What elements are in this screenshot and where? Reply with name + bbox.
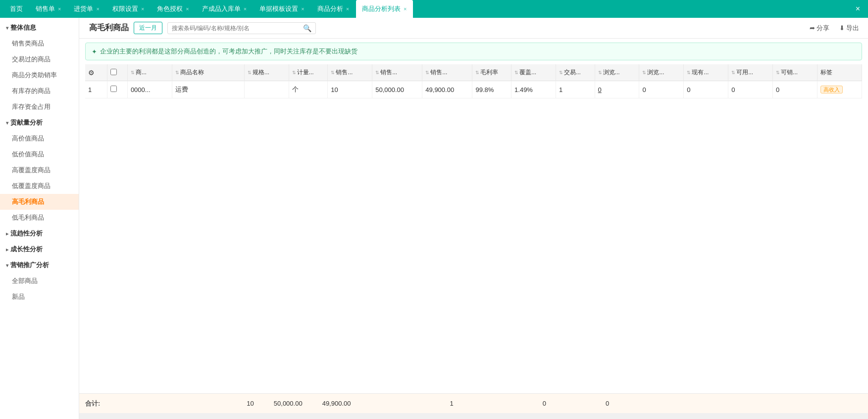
horizontal-scrollbar[interactable]	[79, 413, 868, 419]
settings-icon[interactable]: ⚙	[88, 69, 95, 77]
export-button[interactable]: ⬇ 导出	[836, 22, 862, 34]
sidebar-group-流趋性分析[interactable]: ▸流趋性分析	[0, 226, 79, 241]
col-header-7[interactable]: ⇅销售...	[372, 64, 422, 81]
sidebar-group-贡献量分析[interactable]: ▾贡献量分析	[0, 115, 79, 131]
row-checkbox[interactable]	[110, 86, 117, 92]
row-code: 0000...	[127, 81, 172, 98]
sidebar-item-商品分类助销率[interactable]: 商品分类助销率	[0, 67, 79, 83]
footer-transactions: 1	[450, 400, 454, 407]
sort-icon: ⇅	[687, 70, 691, 75]
product-table: ⚙⇅商...⇅商品名称⇅规格...⇅计量...⇅销售...⇅销售...⇅销售..…	[85, 64, 862, 98]
col-header-5[interactable]: ⇅计量...	[289, 64, 328, 81]
row-spec	[244, 81, 289, 98]
row-sales-profit: 49,900.00	[422, 81, 472, 98]
sidebar-item-库存资金占用[interactable]: 库存资金占用	[0, 99, 79, 115]
sidebar-item-低价值商品[interactable]: 低价值商品	[0, 146, 79, 162]
sort-icon: ⇅	[131, 70, 135, 75]
tab-close-icon[interactable]: ×	[96, 6, 99, 12]
col-header-10[interactable]: ⇅覆盖...	[511, 64, 556, 81]
chevron-icon: ▸	[6, 231, 8, 236]
sidebar-item-有库存的商品[interactable]: 有库存的商品	[0, 83, 79, 99]
chevron-icon: ▸	[6, 247, 8, 252]
tab-close-icon[interactable]: ×	[346, 6, 349, 12]
sort-icon: ⇅	[559, 70, 563, 75]
col-header-11[interactable]: ⇅交易...	[556, 64, 595, 81]
sort-icon: ⇅	[175, 70, 179, 75]
sidebar-item-新品[interactable]: 新品	[0, 289, 79, 305]
nav-tab-单据模板设置[interactable]: 单据模板设置×	[254, 0, 310, 18]
col-header-12[interactable]: ⇅浏览...	[595, 64, 639, 81]
sidebar-item-高覆盖度商品[interactable]: 高覆盖度商品	[0, 162, 79, 178]
footer-sales-amount: 50,000.00	[274, 400, 303, 407]
tab-close-icon[interactable]: ×	[301, 6, 304, 12]
chevron-icon: ▾	[6, 25, 8, 31]
row-sales-qty: 10	[328, 81, 372, 98]
row-unit: 个	[289, 81, 328, 98]
sidebar-item-销售类商品[interactable]: 销售类商品	[0, 36, 79, 51]
row-browse2: 0	[639, 81, 684, 98]
col-header-2[interactable]: ⇅商...	[127, 64, 172, 81]
info-icon: ✦	[92, 48, 97, 55]
row-browse1[interactable]: 0	[595, 81, 639, 98]
sort-icon: ⇅	[475, 70, 479, 75]
sidebar-group-营销推广分析[interactable]: ▾营销推广分析	[0, 257, 79, 273]
nav-tab-权限设置[interactable]: 权限设置×	[106, 0, 150, 18]
nav-tab-商品分析列表[interactable]: 商品分析列表×	[356, 0, 412, 18]
share-button[interactable]: ➦ 分享	[807, 22, 832, 34]
nav-tab-商品分析[interactable]: 商品分析×	[311, 0, 355, 18]
nav-tab-进货单[interactable]: 进货单×	[68, 0, 105, 18]
sidebar-item-交易过的商品[interactable]: 交易过的商品	[0, 51, 79, 67]
browse1-link[interactable]: 0	[598, 86, 602, 93]
table-row: 10000...运费个1050,000.0049,900.0099.8%1.49…	[85, 81, 862, 98]
col-header-9[interactable]: ⇅毛利率	[472, 64, 511, 81]
date-filter-button[interactable]: 近一月	[134, 22, 162, 34]
footer-sellable: 0	[606, 400, 609, 407]
col-header-15[interactable]: ⇅可用...	[728, 64, 773, 81]
col-header-16[interactable]: ⇅可销...	[773, 64, 817, 81]
sidebar-item-高毛利商品[interactable]: 高毛利商品	[0, 194, 79, 210]
row-name: 运费	[172, 81, 244, 98]
sort-icon: ⇅	[248, 70, 252, 75]
row-available: 0	[728, 81, 773, 98]
col-header-13[interactable]: ⇅浏览...	[639, 64, 684, 81]
col-header-8[interactable]: ⇅销售...	[422, 64, 472, 81]
chevron-icon: ▾	[6, 120, 8, 126]
footer-label: 合计:	[85, 399, 100, 408]
main-layout: ▾整体信息销售类商品交易过的商品商品分类助销率有库存的商品库存资金占用▾贡献量分…	[0, 18, 868, 419]
header-actions: ➦ 分享 ⬇ 导出	[807, 22, 862, 34]
chevron-icon: ▾	[6, 263, 8, 268]
sidebar-group-成长性分析[interactable]: ▸成长性分析	[0, 241, 79, 257]
nav-tab-销售单[interactable]: 销售单×	[30, 0, 67, 18]
tab-close-icon[interactable]: ×	[244, 6, 247, 12]
tab-close-icon[interactable]: ×	[141, 6, 144, 12]
sidebar-item-低覆盖度商品[interactable]: 低覆盖度商品	[0, 178, 79, 194]
row-checkbox-cell[interactable]	[107, 81, 127, 98]
col-header-3[interactable]: ⇅商品名称	[172, 64, 244, 81]
nav-tab-产成品入库单[interactable]: 产成品入库单×	[196, 0, 253, 18]
search-icon[interactable]: 🔍	[303, 24, 311, 32]
col-header-6[interactable]: ⇅销售...	[328, 64, 372, 81]
tab-close-icon[interactable]: ×	[186, 6, 189, 12]
close-all-tabs[interactable]: ×	[852, 4, 864, 13]
sidebar-item-全部商品[interactable]: 全部商品	[0, 273, 79, 289]
sort-icon: ⇅	[731, 70, 735, 75]
nav-tab-首页[interactable]: 首页	[4, 0, 29, 18]
col-header-1	[107, 64, 127, 81]
row-transactions: 1	[556, 81, 595, 98]
search-input[interactable]	[172, 25, 303, 32]
col-header-4[interactable]: ⇅规格...	[244, 64, 289, 81]
export-icon: ⬇	[839, 24, 845, 32]
tab-close-icon[interactable]: ×	[404, 6, 407, 12]
sidebar-item-高价值商品[interactable]: 高价值商品	[0, 131, 79, 146]
row-index: 1	[85, 81, 107, 98]
sort-icon: ⇅	[642, 70, 646, 75]
content-header: 高毛利商品 近一月 🔍 ➦ 分享 ⬇ 导出	[79, 18, 868, 39]
footer-sales-qty: 10	[247, 400, 254, 407]
select-all-checkbox[interactable]	[110, 69, 117, 75]
nav-tab-角色授权[interactable]: 角色授权×	[151, 0, 195, 18]
sidebar-item-低毛利商品[interactable]: 低毛利商品	[0, 210, 79, 226]
sidebar-group-整体信息[interactable]: ▾整体信息	[0, 20, 79, 36]
tab-close-icon[interactable]: ×	[58, 6, 61, 12]
row-coverage: 1.49%	[511, 81, 556, 98]
col-header-14[interactable]: ⇅现有...	[684, 64, 728, 81]
